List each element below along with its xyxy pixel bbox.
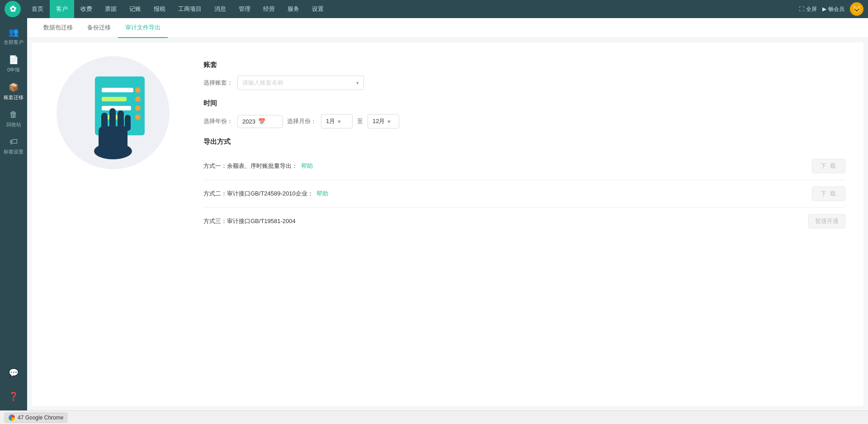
nav-invoice[interactable]: 票据 [99, 0, 123, 18]
page-content: 账套 选择账套： 请输入账套名称 ▾ 时间 选择年份： 2023 📅 [32, 43, 863, 406]
method-2-download-button[interactable]: 下 载 [812, 186, 845, 201]
method-1-help-link[interactable]: 帮助 [301, 162, 313, 169]
member-button[interactable]: ▶ 畅会员 [822, 5, 844, 13]
calendar-icon: 📅 [258, 118, 265, 125]
year-label: 选择年份： [203, 117, 233, 125]
nav-message[interactable]: 消息 [208, 0, 232, 18]
account-select-label: 选择账套： [203, 79, 233, 87]
nav-service[interactable]: 服务 [281, 0, 306, 18]
start-month-chevron: ▾ [338, 118, 341, 125]
sidebar-item-chat[interactable]: 💬 [0, 363, 27, 382]
method-2-help-link[interactable]: 帮助 [316, 190, 328, 197]
method-1-text: 方式一：余额表、序时账批量导出： 帮助 [203, 162, 313, 170]
time-section-title: 时间 [203, 99, 845, 108]
top-nav: ✿ 首页 客户 收费 票据 记账 报税 工商项目 消息 管理 经营 服务 设置 … [0, 0, 868, 18]
sidebar-item-help[interactable]: ❓ [0, 387, 27, 406]
method-3-open-button[interactable]: 暂缓开通 [808, 214, 845, 229]
nav-bookkeeping[interactable]: 记账 [123, 0, 147, 18]
account-migration-icon: 📦 [9, 82, 19, 92]
nav-tax[interactable]: 报税 [147, 0, 172, 18]
svg-rect-12 [109, 108, 116, 131]
svg-rect-3 [102, 106, 131, 110]
export-method-section: 导出方式 方式一：余额表、序时账批量导出： 帮助 下 载 方式二：审计接口GB/… [203, 138, 845, 235]
account-form-row: 选择账套： 请输入账套名称 ▾ [203, 76, 845, 90]
sidebar-label-all-customers: 全部客户 [4, 39, 24, 46]
svg-point-5 [135, 87, 141, 93]
content-area: 数据包迁移 备份迁移 审计文件导出 [27, 18, 868, 410]
help-icon: ❓ [9, 391, 19, 401]
method-3-label: 方式三：审计接口GB/T19581-2004 [203, 218, 296, 224]
export-method-2-row: 方式二：审计接口GB/T24589-2010企业： 帮助 下 载 [203, 180, 845, 208]
year-value: 2023 [242, 118, 255, 125]
tab-data-migration[interactable]: 数据包迁移 [36, 18, 80, 38]
nav-right: ⛶ 全屏 ▶ 畅会员 🐱 [799, 2, 863, 16]
illustration-circle [57, 56, 170, 169]
export-method-3-row: 方式三：审计接口GB/T19581-2004 暂缓开通 [203, 208, 845, 235]
method-2-label: 方式二：审计接口GB/T24589-2010企业： [203, 190, 313, 197]
account-section-title: 账套 [203, 61, 845, 69]
end-month-select[interactable]: 12月 ▾ [368, 114, 399, 129]
time-form-row: 选择年份： 2023 📅 选择月份： 1月 ▾ 至 12月 ▾ [203, 114, 845, 129]
tabs-bar: 数据包迁移 备份迁移 审计文件导出 [27, 18, 868, 38]
svg-point-6 [135, 96, 141, 102]
tab-backup-migration[interactable]: 备份迁移 [80, 18, 118, 38]
sidebar-item-zero-declaration[interactable]: 📄 0申报 [0, 50, 27, 78]
svg-rect-14 [125, 115, 131, 131]
nav-manage[interactable]: 管理 [232, 0, 257, 18]
svg-rect-1 [102, 88, 133, 92]
account-chevron-icon: ▾ [356, 80, 359, 86]
export-section-title: 导出方式 [203, 138, 845, 146]
svg-rect-13 [118, 110, 124, 131]
method-1-label: 方式一：余额表、序时账批量导出： [203, 162, 297, 169]
sidebar-label-recycle: 回收站 [6, 121, 21, 128]
svg-point-7 [135, 105, 141, 111]
fullscreen-label: 全屏 [806, 5, 817, 13]
sidebar-item-tag-settings[interactable]: 🏷 标签设置 [0, 133, 27, 160]
svg-point-8 [135, 114, 141, 120]
taskbar-chrome[interactable]: 47 Google Chrome [5, 413, 67, 423]
export-method-1-row: 方式一：余额表、序时账批量导出： 帮助 下 载 [203, 152, 845, 180]
avatar[interactable]: 🐱 [850, 2, 863, 16]
nav-items: 首页 客户 收费 票据 记账 报税 工商项目 消息 管理 经营 服务 设置 [25, 0, 799, 18]
start-month-select[interactable]: 1月 ▾ [321, 114, 353, 129]
nav-operation[interactable]: 经营 [257, 0, 281, 18]
illustration-area [50, 56, 176, 169]
fullscreen-icon: ⛶ [799, 6, 804, 12]
end-month-chevron: ▾ [387, 118, 391, 125]
sidebar-label-tag-settings: 标签设置 [4, 148, 24, 155]
app-logo: ✿ [5, 1, 21, 17]
taskbar: 47 Google Chrome [0, 410, 868, 424]
method-2-text: 方式二：审计接口GB/T24589-2010企业： 帮助 [203, 190, 328, 198]
left-sidebar: 👥 全部客户 📄 0申报 📦 账套迁移 🗑 回收站 🏷 标签设置 💬 ❓ [0, 18, 27, 410]
zero-declaration-icon: 📄 [9, 55, 19, 65]
to-separator: 至 [357, 117, 363, 125]
nav-home[interactable]: 首页 [25, 0, 50, 18]
method-1-download-button[interactable]: 下 载 [812, 159, 845, 173]
account-select-dropdown[interactable]: 请输入账套名称 ▾ [237, 76, 364, 90]
fullscreen-button[interactable]: ⛶ 全屏 [799, 5, 817, 13]
svg-rect-11 [101, 113, 108, 131]
chrome-icon [9, 414, 15, 421]
nav-customer[interactable]: 客户 [50, 0, 74, 18]
account-select-placeholder: 请输入账套名称 [242, 79, 283, 87]
nav-settings[interactable]: 设置 [306, 0, 330, 18]
year-input[interactable]: 2023 📅 [237, 115, 283, 128]
tab-audit-export[interactable]: 审计文件导出 [118, 18, 168, 38]
main-layout: 👥 全部客户 📄 0申报 📦 账套迁移 🗑 回收站 🏷 标签设置 💬 ❓ [0, 18, 868, 410]
chat-icon: 💬 [9, 368, 19, 378]
start-month-value: 1月 [326, 117, 335, 125]
form-area: 账套 选择账套： 请输入账套名称 ▾ 时间 选择年份： 2023 📅 [203, 56, 845, 235]
sidebar-item-account-migration[interactable]: 📦 账套迁移 [0, 78, 27, 105]
month-label: 选择月份： [287, 117, 316, 125]
recycle-icon: 🗑 [9, 110, 18, 119]
nav-billing[interactable]: 收费 [74, 0, 99, 18]
all-customers-icon: 👥 [9, 27, 19, 37]
sidebar-item-all-customers[interactable]: 👥 全部客户 [0, 23, 27, 50]
sidebar-label-zero-declaration: 0申报 [7, 67, 20, 73]
sidebar-label-account-migration: 账套迁移 [4, 94, 24, 101]
taskbar-chrome-label: 47 Google Chrome [18, 414, 63, 421]
method-3-text: 方式三：审计接口GB/T19581-2004 [203, 217, 296, 225]
sidebar-item-recycle[interactable]: 🗑 回收站 [0, 105, 27, 133]
nav-business[interactable]: 工商项目 [172, 0, 208, 18]
tag-settings-icon: 🏷 [9, 137, 18, 147]
